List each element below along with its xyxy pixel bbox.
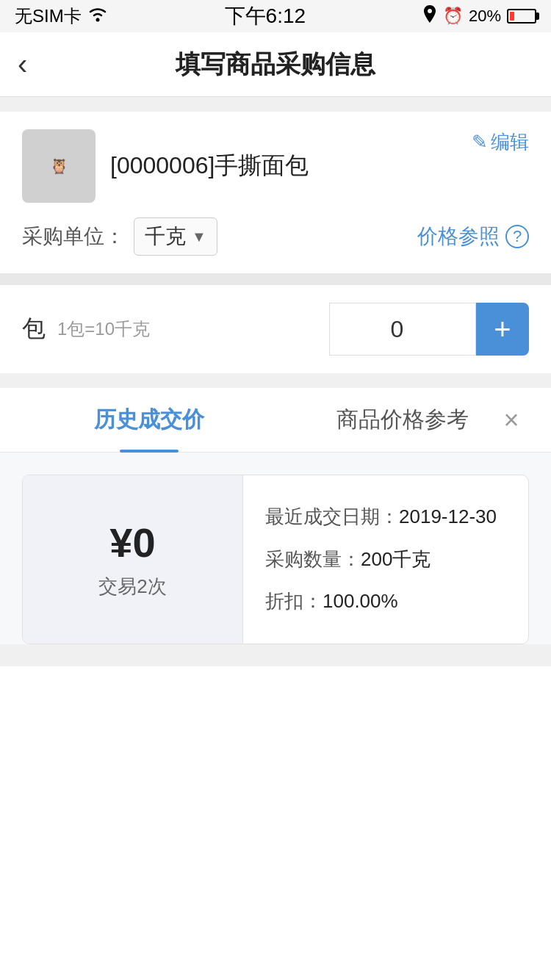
owl-icon: 🦉	[50, 157, 68, 175]
qty-label: 包 1包=10千克	[22, 313, 150, 345]
qty-plus-button[interactable]: +	[476, 303, 529, 356]
product-thumbnail: 🦉	[22, 129, 96, 203]
transaction-count: 交易2次	[98, 574, 166, 599]
nav-bar: ‹ 填写商品采购信息	[0, 32, 551, 97]
battery-percent: 20%	[469, 7, 501, 26]
price-amount: ¥0	[109, 519, 155, 566]
unit-row: 采购单位： 千克 ▼ 价格参照 ?	[22, 217, 529, 256]
close-button[interactable]: ×	[489, 398, 533, 442]
price-ref-label: 价格参照	[417, 223, 500, 251]
discount-value: 100.00%	[323, 590, 398, 612]
discount-row: 折扣：100.00%	[265, 586, 506, 617]
wifi-icon	[87, 6, 108, 26]
qty-info-value: 200千克	[361, 548, 431, 570]
tab-underline	[120, 450, 179, 453]
product-card: 🦉 [0000006]手撕面包 ✎ 编辑 采购单位： 千克 ▼ 价格参照 ?	[0, 112, 551, 273]
back-button[interactable]: ‹	[18, 48, 27, 81]
price-panel: 历史成交价 商品价格参考 × ¥0 交易2次 最近成交日期：2019-12-30…	[0, 388, 551, 644]
product-header: 🦉 [0000006]手撕面包 ✎ 编辑	[22, 129, 529, 203]
history-price-left: ¥0 交易2次	[23, 475, 243, 644]
date-row: 最近成交日期：2019-12-30	[265, 502, 506, 533]
location-icon	[422, 5, 437, 27]
chevron-down-icon: ▼	[192, 228, 206, 245]
page-title: 填写商品采购信息	[176, 48, 375, 82]
qty-conversion: 1包=10千克	[57, 317, 150, 341]
edit-label: 编辑	[491, 129, 529, 155]
qty-input-group: +	[329, 303, 529, 356]
quantity-input[interactable]	[329, 303, 476, 356]
tabs-row: 历史成交价 商品价格参考 ×	[0, 388, 551, 453]
alarm-icon: ⏰	[443, 7, 463, 26]
tab-product-label: 商品价格参考	[336, 405, 469, 435]
qty-info-label: 采购数量：	[265, 548, 361, 570]
status-time: 下午6:12	[225, 2, 306, 30]
info-icon: ?	[505, 225, 529, 248]
tab-history-price[interactable]: 历史成交价	[22, 388, 276, 453]
product-name: [0000006]手撕面包	[110, 150, 309, 182]
status-right: ⏰ 20%	[422, 5, 536, 27]
divider	[0, 273, 551, 285]
qty-info-row: 采购数量：200千克	[265, 544, 506, 575]
unit-value: 千克	[145, 223, 186, 251]
status-left: 无SIM卡	[15, 4, 108, 28]
status-bar: 无SIM卡 下午6:12 ⏰ 20%	[0, 0, 551, 32]
price-ref-button[interactable]: 价格参照 ?	[417, 223, 529, 251]
unit-select[interactable]: 千克 ▼	[134, 217, 217, 256]
qty-unit: 包	[22, 313, 46, 345]
unit-label: 采购单位：	[22, 223, 125, 251]
discount-label: 折扣：	[265, 590, 323, 612]
date-value: 2019-12-30	[399, 505, 497, 527]
tab-history-label: 历史成交价	[94, 405, 204, 435]
svg-point-0	[96, 18, 99, 22]
battery-indicator	[507, 9, 536, 24]
history-card: ¥0 交易2次 最近成交日期：2019-12-30 采购数量：200千克 折扣：…	[22, 475, 529, 644]
edit-icon: ✎	[472, 131, 488, 154]
history-details: 最近成交日期：2019-12-30 采购数量：200千克 折扣：100.00%	[243, 475, 528, 644]
edit-button[interactable]: ✎ 编辑	[472, 129, 529, 155]
carrier-text: 无SIM卡	[15, 4, 82, 28]
bottom-area	[0, 666, 551, 980]
product-info: 🦉 [0000006]手撕面包	[22, 129, 309, 203]
quantity-row: 包 1包=10千克 +	[0, 285, 551, 373]
date-label: 最近成交日期：	[265, 505, 399, 527]
